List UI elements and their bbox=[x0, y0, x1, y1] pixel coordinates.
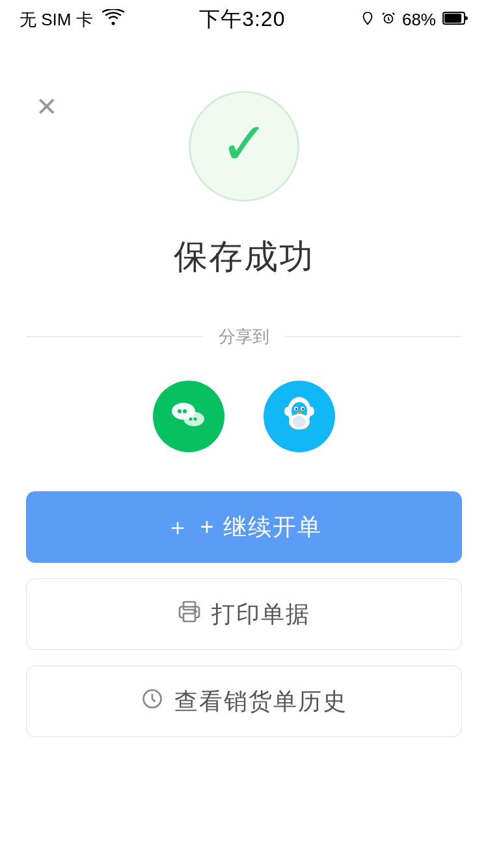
wechat-icon bbox=[168, 397, 210, 436]
share-wechat-button[interactable] bbox=[153, 381, 224, 452]
no-sim-text: 无 SIM 卡 bbox=[20, 8, 93, 31]
plus-icon: ＋ bbox=[166, 511, 189, 543]
share-divider: 分享到 bbox=[26, 325, 462, 348]
svg-point-6 bbox=[183, 409, 187, 413]
close-button[interactable]: ✕ bbox=[29, 88, 65, 125]
close-icon: ✕ bbox=[36, 94, 58, 120]
battery-icon bbox=[442, 10, 468, 30]
svg-point-20 bbox=[293, 416, 306, 427]
share-icons bbox=[26, 381, 462, 452]
status-right: 68% bbox=[360, 10, 468, 30]
svg-point-0 bbox=[111, 21, 115, 25]
continue-button-label: + 继续开单 bbox=[200, 511, 321, 543]
success-title: 保存成功 bbox=[174, 234, 314, 280]
share-section: 分享到 bbox=[0, 325, 488, 452]
status-time: 下午3:20 bbox=[199, 5, 285, 34]
wifi-icon bbox=[102, 9, 124, 31]
history-button[interactable]: 查看销货单历史 bbox=[26, 666, 462, 737]
success-circle: ✓ bbox=[189, 91, 299, 202]
location-icon bbox=[360, 10, 375, 30]
battery-percent: 68% bbox=[402, 10, 436, 30]
print-button-label: 打印单据 bbox=[211, 599, 310, 631]
print-icon bbox=[178, 600, 201, 629]
svg-rect-3 bbox=[444, 14, 461, 23]
svg-point-14 bbox=[295, 408, 297, 410]
print-button[interactable]: 打印单据 bbox=[26, 578, 462, 650]
history-icon bbox=[141, 687, 164, 716]
alarm-icon bbox=[381, 10, 396, 30]
status-bar: 无 SIM 卡 下午3:20 68% bbox=[0, 0, 488, 39]
main-content: ✕ ✓ 保存成功 分享到 bbox=[0, 39, 488, 868]
share-qq-button[interactable] bbox=[264, 381, 335, 452]
status-left: 无 SIM 卡 bbox=[20, 8, 124, 31]
svg-point-25 bbox=[195, 610, 197, 612]
svg-rect-24 bbox=[183, 614, 195, 621]
svg-point-21 bbox=[284, 407, 291, 416]
history-button-label: 查看销货单历史 bbox=[174, 686, 347, 718]
svg-point-8 bbox=[189, 418, 193, 421]
svg-point-22 bbox=[308, 407, 314, 416]
svg-point-9 bbox=[194, 418, 197, 421]
checkmark-icon: ✓ bbox=[220, 115, 269, 173]
qq-icon bbox=[280, 393, 319, 440]
svg-point-5 bbox=[178, 409, 182, 413]
svg-rect-23 bbox=[183, 602, 195, 610]
action-buttons: ＋ + 继续开单 打印单据 查看销货单历 bbox=[0, 491, 488, 737]
svg-point-15 bbox=[302, 408, 304, 410]
continue-button[interactable]: ＋ + 继续开单 bbox=[26, 491, 462, 563]
share-label: 分享到 bbox=[203, 325, 285, 348]
